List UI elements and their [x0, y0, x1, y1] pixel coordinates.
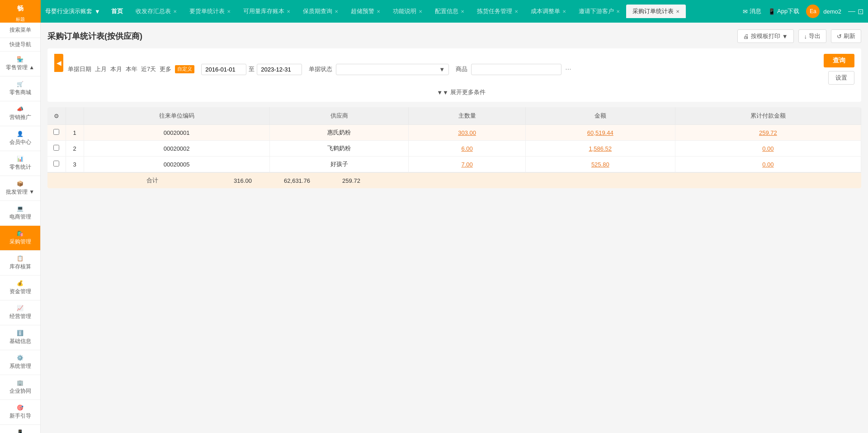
col-amount-cell[interactable]: 525.80 — [525, 157, 675, 172]
tab-inventory-account[interactable]: 可用量库存账本 ✕ — [237, 5, 297, 18]
close-icon[interactable]: ✕ — [676, 9, 679, 14]
col-paid-amount-cell[interactable]: 0.00 — [675, 157, 861, 172]
sidebar-item-inventory[interactable]: 📋 库存核算 — [0, 251, 40, 276]
table-row[interactable]: 1 00020001 惠氏奶粉 303.00 60,519.44 259.72 — [47, 125, 861, 141]
col-paid-amount-cell[interactable]: 259.72 — [675, 125, 861, 141]
close-icon[interactable]: ✕ — [419, 9, 422, 14]
expand-row: ▼▼ 展开更多条件 — [68, 88, 854, 96]
sidebar-search[interactable]: 搜索菜单 — [0, 23, 40, 38]
table-row[interactable]: 2 00020002 飞鹤奶粉 6.00 1,586.52 0.00 — [47, 141, 861, 157]
tab-receive-send[interactable]: 收发存汇总表 ✕ — [129, 5, 183, 18]
tab-cost-adjust[interactable]: 成本调整单 ✕ — [524, 5, 572, 18]
date-filter: 单据日期 上月 本月 本年 近7天 更多 自定义 — [68, 65, 194, 73]
status-select[interactable]: ▼ — [336, 64, 449, 75]
table-body: 1 00020001 惠氏奶粉 303.00 60,519.44 259.72 … — [47, 125, 861, 172]
sidebar-item-wholesale[interactable]: 📦 批发管理 ▼ — [0, 176, 40, 201]
logo: 畅 标题 — [0, 0, 41, 23]
print-button[interactable]: 🖨 按模板打印 ▼ — [737, 29, 794, 43]
sidebar-item-member[interactable]: 👤 会员中心 — [0, 126, 40, 151]
col-main-qty-cell[interactable]: 303.00 — [409, 125, 526, 141]
avatar: Ea — [806, 5, 820, 18]
sidebar-item-system[interactable]: ⚙️ 系统管理 — [0, 350, 40, 375]
workspace-selector[interactable]: 母婴行业演示账套 ▼ — [45, 7, 100, 15]
tab-purchase-stats[interactable]: 要货单统计表 ✕ — [183, 5, 237, 18]
finance-icon: 💰 — [17, 280, 24, 286]
sidebar-item-operation[interactable]: 📈 经营管理 — [0, 300, 40, 325]
tab-expiry-query[interactable]: 保质期查询 ✕ — [297, 5, 344, 18]
close-icon[interactable]: ✕ — [562, 9, 566, 14]
tab-invite-downstream[interactable]: 邀请下游客户 ✕ — [572, 5, 626, 18]
sidebar-item-newbie[interactable]: 🎯 新手引导 — [0, 400, 40, 425]
expand-button[interactable]: ▼▼ 展开更多条件 — [437, 88, 486, 96]
col-supplier-name-header: 供应商 — [269, 107, 408, 125]
close-icon[interactable]: ✕ — [377, 9, 380, 14]
minimize-button[interactable]: — — [848, 7, 855, 15]
tab-inventory-account-label: 可用量库存账本 — [243, 7, 284, 15]
close-icon[interactable]: ✕ — [514, 9, 518, 14]
date-to-input[interactable] — [257, 64, 302, 75]
tab-pick-task[interactable]: 拣货任务管理 ✕ — [471, 5, 524, 18]
row-checkbox[interactable] — [53, 129, 59, 135]
close-icon[interactable]: ✕ — [335, 9, 338, 14]
col-amount-cell[interactable]: 60,519.44 — [525, 125, 675, 141]
sidebar-item-app-center[interactable]: 📱 应用中心 — [0, 425, 40, 433]
sidebar-item-retail-shop[interactable]: 🛒 零售商城 — [0, 76, 40, 101]
close-icon[interactable]: ✕ — [287, 9, 290, 14]
row-checkbox[interactable] — [53, 145, 59, 151]
tab-overstock[interactable]: 超储预警 ✕ — [344, 5, 387, 18]
goods-more-button[interactable]: ··· — [565, 65, 571, 73]
col-paid-amount-cell[interactable]: 0.00 — [675, 141, 861, 157]
sidebar-item-basic-info[interactable]: ℹ️ 基础信息 — [0, 325, 40, 350]
app-download-btn[interactable]: 📱 App下载 — [768, 7, 799, 15]
shortcut-7days[interactable]: 近7天 — [141, 65, 156, 73]
shortcut-this-year[interactable]: 本年 — [126, 65, 137, 73]
tab-purchase-order-stats[interactable]: 采购订单统计表 ✕ — [626, 5, 686, 18]
close-icon[interactable]: ✕ — [616, 9, 620, 14]
print-label: 按模板打印 — [751, 32, 780, 40]
settings-button[interactable]: 设置 — [828, 71, 854, 85]
newbie-icon: 🎯 — [17, 404, 24, 411]
row-checkbox[interactable] — [53, 161, 59, 167]
page-title: 采购订单统计表(按供应商) — [47, 31, 142, 42]
maximize-button[interactable]: ⊡ — [858, 7, 863, 16]
sidebar-item-purchase[interactable]: 🛍️ 采购管理 — [0, 226, 40, 251]
sidebar-item-finance[interactable]: 💰 资金管理 — [0, 276, 40, 300]
message-btn[interactable]: ✉ 消息 — [743, 7, 761, 15]
col-supplier-code-cell: 00020005 — [84, 157, 269, 172]
sidebar-item-enterprise[interactable]: 🏢 企业协同 — [0, 375, 40, 400]
tab-function-desc[interactable]: 功能说明 ✕ — [387, 5, 429, 18]
print-arrow: ▼ — [782, 33, 788, 40]
marketing-icon: 📣 — [17, 106, 24, 112]
query-button[interactable]: 查询 — [824, 54, 854, 67]
sidebar-item-retail-stats[interactable]: 📊 零售统计 — [0, 151, 40, 176]
shortcut-more[interactable]: 更多 — [160, 65, 171, 73]
close-icon[interactable]: ✕ — [173, 9, 177, 14]
sidebar-item-marketing[interactable]: 📣 营销推广 — [0, 101, 40, 126]
refresh-button[interactable]: ↺ 刷新 — [831, 29, 861, 43]
user-area[interactable]: Ea demo2 — [806, 5, 841, 18]
close-icon[interactable]: ✕ — [461, 9, 464, 14]
sidebar-item-retail-manage[interactable]: 🏪 零售管理 ▲ — [0, 52, 40, 76]
toggle-filter-button[interactable]: ◀ — [54, 54, 63, 72]
close-icon[interactable]: ✕ — [227, 9, 231, 14]
tab-home[interactable]: 首页 — [105, 5, 129, 18]
goods-input[interactable] — [471, 64, 561, 75]
retail-stats-icon: 📊 — [17, 156, 24, 162]
sidebar-shortcut[interactable]: 快捷导航 — [0, 38, 40, 52]
svg-text:畅: 畅 — [17, 5, 24, 12]
shortcut-this-month[interactable]: 本月 — [110, 65, 122, 73]
export-button[interactable]: ↓ 导出 — [798, 29, 827, 43]
tab-config-info[interactable]: 配置信息 ✕ — [429, 5, 471, 18]
col-main-qty-cell[interactable]: 7.00 — [409, 157, 526, 172]
col-amount-cell[interactable]: 1,586.52 — [525, 141, 675, 157]
user-name: demo2 — [823, 8, 841, 15]
col-main-qty-cell[interactable]: 6.00 — [409, 141, 526, 157]
ecommerce-icon: 💻 — [17, 205, 24, 212]
sidebar-item-ecommerce[interactable]: 💻 电商管理 — [0, 201, 40, 226]
settings-icon[interactable]: ⚙ — [54, 113, 59, 119]
date-from-input[interactable] — [201, 64, 246, 75]
table-row[interactable]: 3 00020005 好孩子 7.00 525.80 0.00 — [47, 157, 861, 172]
col-supplier-code-cell: 00020002 — [84, 141, 269, 157]
shortcut-last-month[interactable]: 上月 — [95, 65, 107, 73]
sidebar-item-newbie-label: 新手引导 — [9, 412, 31, 420]
